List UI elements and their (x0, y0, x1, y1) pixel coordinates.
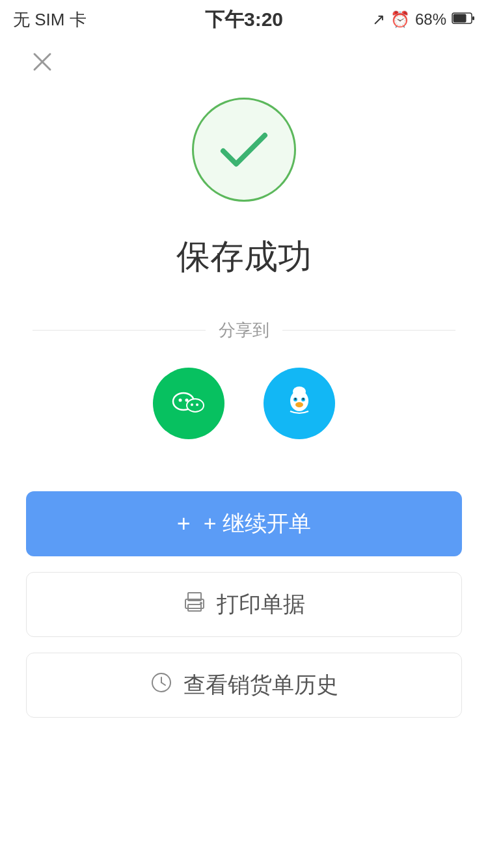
printer-icon (183, 590, 206, 619)
svg-point-21 (200, 602, 202, 604)
svg-point-14 (295, 398, 297, 400)
location-icon: ↗ (372, 10, 385, 29)
svg-point-7 (179, 399, 182, 402)
continue-button[interactable]: + + 继续开单 (26, 491, 462, 556)
svg-point-10 (196, 403, 198, 406)
alarm-icon: ⏰ (390, 10, 410, 29)
status-right: ↗ ⏰ 68% (372, 10, 475, 29)
plus-icon: + (177, 510, 191, 537)
divider-line-right (282, 330, 455, 331)
continue-label: + 继续开单 (204, 509, 311, 539)
svg-line-24 (161, 683, 165, 685)
wechat-share-button[interactable] (153, 368, 224, 439)
history-button[interactable]: 查看销货单历史 (26, 653, 462, 718)
history-icon (150, 671, 173, 699)
battery-percent: 68% (415, 10, 446, 29)
action-buttons: + + 继续开单 打印单据 查看销货单 (0, 491, 488, 718)
qq-share-button[interactable] (264, 368, 335, 439)
close-button[interactable] (26, 46, 59, 78)
svg-point-17 (293, 387, 306, 397)
no-sim-label: 无 SIM 卡 (13, 8, 87, 31)
share-icons (153, 368, 335, 439)
svg-point-16 (295, 402, 303, 407)
divider-line-left (33, 330, 206, 331)
svg-point-8 (185, 399, 189, 402)
svg-point-15 (303, 398, 305, 400)
main-content: 保存成功 分享到 (0, 39, 488, 718)
print-button[interactable]: 打印单据 (26, 572, 462, 637)
svg-point-9 (191, 403, 193, 406)
history-label: 查看销货单历史 (183, 670, 338, 700)
print-label: 打印单据 (217, 590, 305, 619)
svg-point-6 (187, 399, 204, 412)
success-circle (192, 98, 296, 202)
share-label: 分享到 (206, 319, 282, 342)
svg-rect-2 (472, 16, 474, 20)
battery-icon (452, 10, 475, 29)
checkmark-icon (218, 130, 270, 169)
status-time: 下午3:20 (205, 7, 283, 33)
status-bar: 无 SIM 卡 下午3:20 ↗ ⏰ 68% (0, 0, 488, 39)
success-title: 保存成功 (176, 234, 312, 280)
status-left: 无 SIM 卡 (13, 8, 92, 31)
svg-rect-1 (454, 14, 467, 23)
share-divider: 分享到 (0, 319, 488, 342)
